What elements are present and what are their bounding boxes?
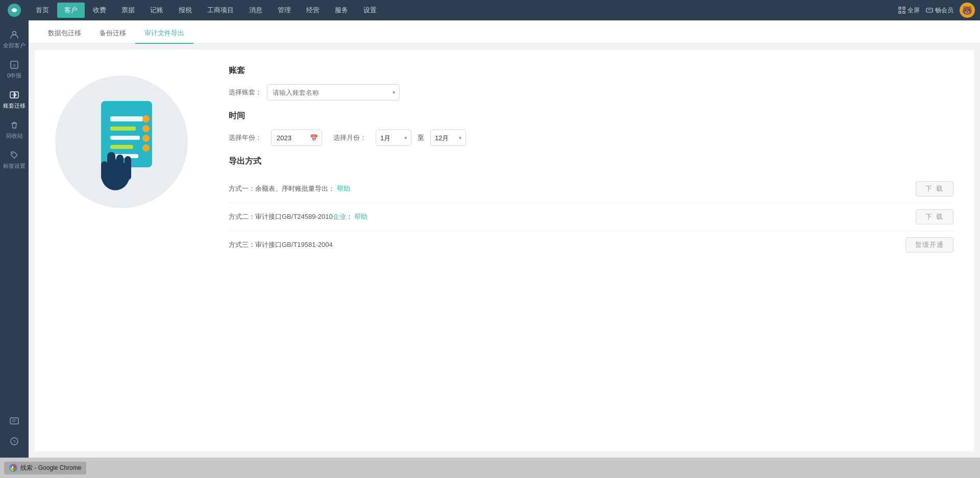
sidebar-item-label: 标签设置	[3, 162, 26, 170]
export-method-3-row: 方式三：审计接口GB/T19581-2004 暂缓开通	[229, 231, 953, 259]
svg-text:?: ?	[13, 439, 15, 444]
nav-message[interactable]: 消息	[242, 3, 270, 18]
page-content: 账套 选择账套： ▾ 时间 选择年份： 📅 选择月份：	[35, 50, 974, 451]
svg-rect-28	[116, 155, 124, 180]
month-end-wrapper: 1月 2月 3月 4月 5月 6月 7月 8月 9月 10月 11月 12月	[430, 130, 466, 146]
method1-prefix-text: 方式一：余额表、序时账批量导出：	[229, 185, 335, 192]
calendar-icon: 📅	[310, 134, 318, 142]
nav-tax[interactable]: 报税	[172, 3, 199, 18]
sidebar-item-label: 0申报	[7, 72, 21, 80]
fullscreen-label: 全屏	[908, 6, 920, 15]
svg-rect-13	[10, 418, 18, 424]
account-select-wrapper	[267, 84, 400, 100]
nav-settings[interactable]: 设置	[356, 3, 384, 18]
method2-prefix-text: 方式二：审计接口GB/T24589-2010	[229, 213, 333, 220]
nav-items: 首页 客户 收费 票据 记账 报税 工商项目 消息 管理 经营 服务 设置	[29, 3, 898, 18]
nav-client[interactable]: 客户	[57, 3, 85, 18]
sidebar-item-migrate[interactable]: 账套迁移	[0, 85, 29, 115]
taskbar-item-label: 线索 - Google Chrome	[20, 464, 81, 472]
nav-fee[interactable]: 收费	[86, 3, 113, 18]
sidebar-bottom-msg[interactable]	[0, 411, 29, 431]
time-section-title: 时间	[229, 111, 953, 121]
member-label: 畅会员	[935, 6, 953, 15]
svg-rect-17	[110, 116, 143, 121]
svg-rect-5	[926, 8, 933, 12]
time-row: 选择年份： 📅 选择月份： 1月 2月 3月 4月 5月 6月	[229, 130, 953, 146]
nav-home[interactable]: 首页	[29, 3, 56, 18]
nav-bookkeep[interactable]: 记账	[143, 3, 170, 18]
export-method-3-label: 方式三：审计接口GB/T19581-2004	[229, 240, 905, 249]
nav-bizproject[interactable]: 工商项目	[200, 3, 241, 18]
svg-rect-2	[903, 7, 905, 9]
tab-backup-migrate[interactable]: 备份迁移	[90, 23, 135, 44]
svg-point-23	[142, 125, 150, 132]
export-section-title: 导出方式	[229, 156, 953, 167]
tab-audit-export[interactable]: 审计文件导出	[135, 23, 193, 44]
svg-rect-18	[110, 127, 136, 131]
taskbar-chrome-item[interactable]: 线索 - Google Chrome	[4, 462, 86, 474]
time-separator: 至	[418, 133, 424, 142]
month-start-select[interactable]: 1月 2月 3月 4月 5月 6月 7月 8月 9月 10月 11月 12月	[376, 130, 411, 146]
month-end-select[interactable]: 1月 2月 3月 4月 5月 6月 7月 8月 9月 10月 11月 12月	[430, 130, 466, 146]
left-sidebar: 全部客户 0 0申报 账套迁移 回收站 标签设置 ?	[0, 20, 29, 458]
svg-point-12	[12, 153, 13, 154]
sidebar-bottom-help[interactable]: ?	[0, 431, 29, 451]
account-label: 选择账套：	[229, 88, 262, 97]
app-logo[interactable]	[5, 1, 23, 19]
sidebar-item-tag-settings[interactable]: 标签设置	[0, 145, 29, 175]
sidebar-bottom: ?	[0, 411, 29, 458]
svg-point-24	[142, 135, 150, 142]
svg-rect-3	[899, 11, 901, 13]
sidebar-item-trash[interactable]: 回收站	[0, 115, 29, 145]
svg-rect-1	[899, 7, 901, 9]
export-method-1-label: 方式一：余额表、序时账批量导出： 帮助	[229, 184, 916, 193]
export-method-1-row: 方式一：余额表、序时账批量导出： 帮助 下 载	[229, 175, 953, 203]
avatar[interactable]: 🐻	[960, 3, 975, 18]
method2-suffix-text: ：	[346, 213, 353, 220]
svg-rect-27	[107, 152, 115, 180]
sidebar-item-label: 全部客户	[3, 42, 26, 49]
month-label: 选择月份：	[333, 133, 366, 142]
svg-rect-19	[110, 136, 140, 140]
sidebar-item-zero-declare[interactable]: 0 0申报	[0, 55, 29, 85]
nav-operation[interactable]: 经营	[299, 3, 327, 18]
tab-data-migrate[interactable]: 数据包迁移	[39, 23, 90, 44]
sidebar-item-all-clients[interactable]: 全部客户	[0, 24, 29, 55]
sidebar-item-label: 回收站	[6, 132, 23, 140]
member-button[interactable]: 畅会员	[926, 6, 953, 15]
method2-download-button[interactable]: 下 载	[916, 209, 953, 224]
illustration-circle	[55, 76, 188, 208]
svg-rect-4	[903, 11, 905, 13]
export-method-2-label: 方式二：审计接口GB/T24589-2010企业： 帮助	[229, 212, 916, 221]
sidebar-item-label: 账套迁移	[3, 102, 26, 110]
svg-rect-30	[101, 161, 108, 181]
svg-text:0: 0	[13, 63, 16, 68]
form-area: 账套 选择账套： ▾ 时间 选择年份： 📅 选择月份：	[229, 65, 953, 259]
method3-open-button[interactable]: 暂缓开通	[905, 237, 953, 253]
year-label: 选择年份：	[229, 133, 262, 142]
account-row: 选择账套： ▾	[229, 84, 953, 100]
content-area: 数据包迁移 备份迁移 审计文件导出	[29, 20, 980, 458]
top-navigation: 首页 客户 收费 票据 记账 报税 工商项目 消息 管理 经营 服务 设置 全屏…	[0, 0, 980, 20]
year-input-wrapper: 📅	[271, 130, 322, 146]
nav-service[interactable]: 服务	[328, 3, 355, 18]
export-section: 导出方式 方式一：余额表、序时账批量导出： 帮助 下 载 方式二：审计接口GB/…	[229, 156, 953, 259]
nav-manage[interactable]: 管理	[271, 3, 298, 18]
account-input[interactable]	[267, 84, 400, 100]
main-layout: 全部客户 0 0申报 账套迁移 回收站 标签设置 ?	[0, 20, 980, 458]
svg-point-22	[142, 115, 150, 122]
svg-rect-29	[125, 156, 131, 180]
svg-rect-20	[110, 145, 133, 149]
method2-help-link[interactable]: 帮助	[354, 213, 368, 220]
svg-point-25	[142, 144, 150, 152]
method1-download-button[interactable]: 下 载	[916, 181, 953, 196]
tabs-bar: 数据包迁移 备份迁移 审计文件导出	[29, 20, 980, 44]
nav-invoice[interactable]: 票据	[114, 3, 142, 18]
taskbar: 线索 - Google Chrome	[0, 458, 980, 478]
account-section-title: 账套	[229, 65, 953, 76]
illustration-area	[55, 76, 198, 218]
export-method-2-row: 方式二：审计接口GB/T24589-2010企业： 帮助 下 载	[229, 203, 953, 231]
fullscreen-button[interactable]: 全屏	[898, 6, 920, 15]
month-start-wrapper: 1月 2月 3月 4月 5月 6月 7月 8月 9月 10月 11月 12月	[376, 130, 411, 146]
method1-help-link[interactable]: 帮助	[337, 185, 350, 192]
